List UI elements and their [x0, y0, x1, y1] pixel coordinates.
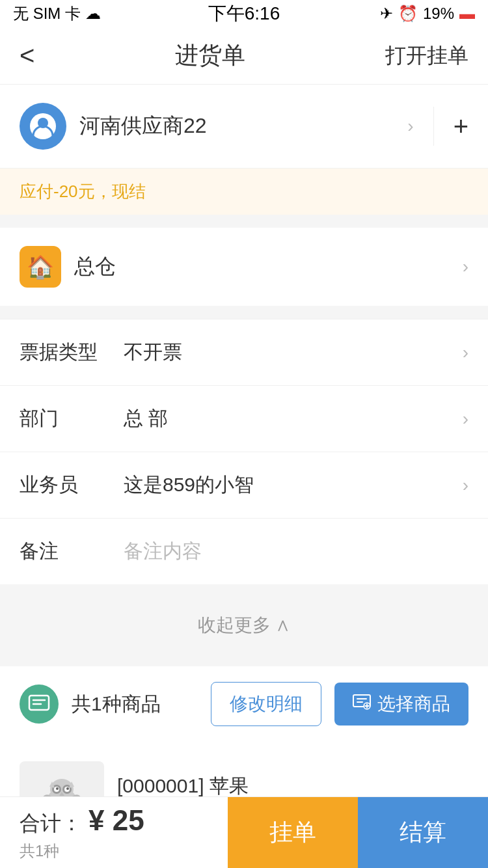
salesman-label: 业务员 — [20, 472, 111, 498]
add-supplier-button[interactable]: + — [454, 112, 468, 141]
sim-status: 无 SIM 卡 ☁ — [13, 3, 101, 24]
nav-bar: < 进货单 打开挂单 — [0, 27, 488, 85]
svg-rect-1 — [29, 696, 49, 710]
form-section: 票据类型 不开票 › 部门 总 部 › 业务员 这是859的小智 › 备注 备注… — [0, 319, 488, 584]
house-icon: 🏠 — [27, 254, 54, 280]
page-title: 进货单 — [175, 40, 245, 72]
status-bar: 无 SIM 卡 ☁ 下午6:16 ✈ ⏰ 19% ▬ — [0, 0, 488, 27]
supplier-chevron-icon: › — [407, 116, 413, 137]
warehouse-chevron-icon: › — [463, 256, 468, 277]
select-product-label: 选择商品 — [377, 692, 450, 716]
checkout-button[interactable]: 结算 — [358, 797, 488, 868]
invoice-type-label: 票据类型 — [20, 339, 111, 366]
open-pending-button[interactable]: 打开挂单 — [385, 42, 468, 70]
status-bar-left: 无 SIM 卡 ☁ — [13, 3, 101, 24]
product-title: 苹果 — [210, 775, 249, 796]
supplier-row[interactable]: 河南供应商22 › + — [0, 85, 488, 169]
supplier-section: 河南供应商22 › + 应付-20元，现结 — [0, 85, 488, 215]
total-label: 合计： — [20, 809, 82, 838]
hang-button[interactable]: 挂单 — [228, 797, 358, 868]
remark-input[interactable]: 备注内容 — [124, 538, 468, 565]
department-row[interactable]: 部门 总 部 › — [0, 385, 488, 452]
select-product-icon — [353, 694, 371, 714]
department-label: 部门 — [20, 405, 111, 432]
salesman-chevron-icon: › — [463, 475, 468, 496]
total-amount: ¥ 25 — [88, 804, 144, 837]
invoice-type-row[interactable]: 票据类型 不开票 › — [0, 319, 488, 385]
alarm-icon: ⏰ — [398, 5, 418, 23]
warehouse-row[interactable]: 🏠 总仓 › — [0, 228, 488, 306]
products-header: 共1种商品 修改明细 选择商品 — [0, 666, 488, 742]
salesman-value: 这是859的小智 — [124, 472, 463, 498]
edit-detail-button[interactable]: 修改明细 — [211, 682, 321, 726]
salesman-row[interactable]: 业务员 这是859的小智 › — [0, 452, 488, 518]
warehouse-name: 总仓 — [74, 252, 463, 281]
battery-icon: ▬ — [459, 5, 475, 23]
bottom-bar: 合计： ¥ 25 共1种 挂单 结算 — [0, 796, 488, 868]
invoice-chevron-icon: › — [463, 342, 468, 363]
product-count-label: 共1种商品 — [72, 691, 198, 718]
svg-point-10 — [56, 787, 59, 790]
remark-label: 备注 — [20, 538, 111, 565]
svg-point-11 — [66, 787, 69, 790]
supplier-name: 河南供应商22 — [79, 112, 407, 141]
warehouse-section: 🏠 总仓 › — [0, 228, 488, 306]
warehouse-icon: 🏠 — [20, 246, 61, 288]
product-name: [0000001] 苹果 — [117, 773, 441, 800]
department-chevron-icon: › — [463, 409, 468, 429]
avatar-icon — [30, 113, 56, 139]
notice-bar: 应付-20元，现结 — [0, 169, 488, 215]
back-button[interactable]: < — [20, 41, 34, 70]
divider — [433, 107, 434, 146]
invoice-type-value: 不开票 — [124, 339, 463, 366]
status-bar-right: ✈ ⏰ 19% ▬ — [380, 5, 475, 23]
cart-icon — [20, 685, 59, 724]
collapse-row[interactable]: 收起更多 ∧ — [0, 597, 488, 653]
product-code: [0000001] — [117, 775, 204, 796]
select-product-button[interactable]: 选择商品 — [334, 683, 468, 726]
status-bar-time: 下午6:16 — [208, 1, 280, 26]
location-icon: ✈ — [380, 5, 393, 23]
department-value: 总 部 — [124, 405, 463, 432]
total-main: 合计： ¥ 25 — [20, 804, 208, 838]
total-sub: 共1种 — [20, 841, 208, 861]
remark-row[interactable]: 备注 备注内容 — [0, 518, 488, 584]
supplier-avatar — [20, 103, 66, 150]
total-section: 合计： ¥ 25 共1种 — [0, 797, 228, 868]
battery-label: 19% — [423, 5, 454, 23]
